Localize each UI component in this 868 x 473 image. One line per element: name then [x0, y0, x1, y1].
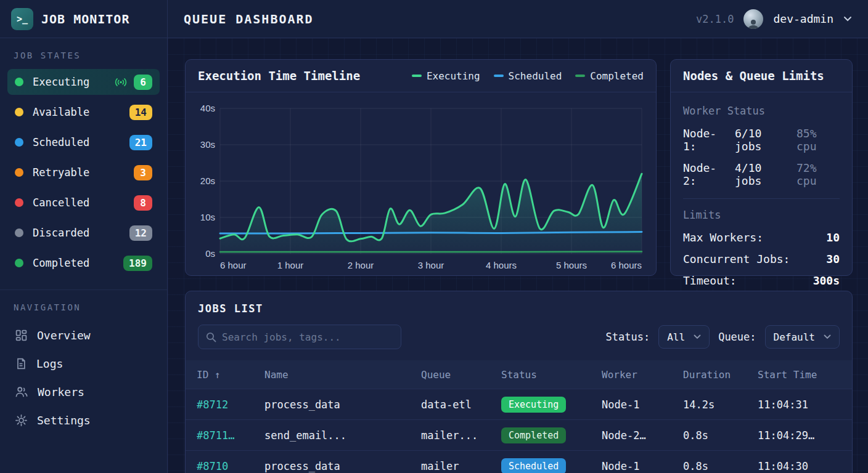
state-dot	[15, 78, 23, 86]
legend-item-completed: Completed	[575, 70, 644, 82]
jobs-table: ID ↑NameQueueStatusWorkerDurationStart T…	[186, 360, 852, 473]
state-count-badge: 3	[134, 165, 152, 180]
chart-legend: ExecutingScheduledCompleted	[412, 70, 644, 82]
column-header-name[interactable]: Name	[264, 369, 421, 381]
app-title: JOB MONITOR	[41, 12, 129, 26]
sidebar-item-completed[interactable]: Completed189	[7, 250, 160, 276]
column-header-id[interactable]: ID ↑	[197, 369, 264, 381]
nav-label: Workers	[38, 386, 84, 398]
state-label: Retryable	[33, 166, 134, 179]
job-name: process_data	[264, 398, 421, 411]
nav-label: Settings	[37, 414, 91, 427]
sidebar-item-workers[interactable]: Workers	[0, 378, 167, 406]
navigation-section-title: NAVIGATION	[0, 302, 167, 312]
worker-name: Node-2:	[683, 161, 726, 187]
job-duration: 0.8s	[683, 460, 758, 472]
nodes-card-header: Nodes & Queue Limits	[671, 60, 852, 92]
sidebar-item-scheduled[interactable]: Scheduled21	[7, 129, 160, 155]
y-axis-tick-label: 20s	[200, 176, 215, 186]
x-axis-tick-label: 6 hours	[611, 260, 642, 270]
sidebar-item-logs[interactable]: Logs	[0, 349, 167, 378]
status-filter-value: All	[667, 331, 685, 343]
search-input[interactable]	[222, 331, 393, 343]
worker-jobs: 6/10 jobs	[735, 127, 790, 153]
user-avatar[interactable]	[743, 9, 763, 29]
jobs-filters: Status: All Queue: Default	[606, 325, 840, 349]
sidebar-item-cancelled[interactable]: Cancelled8	[7, 190, 160, 216]
worker-status-row: Node-2:4/10 jobs72% cpu	[683, 161, 840, 187]
state-dot	[15, 108, 23, 116]
job-duration: 14.2s	[683, 398, 758, 411]
users-icon	[15, 386, 28, 398]
nav-label: Logs	[36, 357, 63, 370]
jobs-table-header: ID ↑NameQueueStatusWorkerDurationStart T…	[186, 360, 852, 389]
state-count-badge: 8	[134, 195, 152, 211]
execution-timeline-card: Execution Time Timeline ExecutingSchedul…	[185, 59, 657, 276]
nodes-card-title: Nodes & Queue Limits	[683, 69, 824, 83]
topbar-right: v2.1.0 dev-admin	[696, 9, 852, 29]
table-row[interactable]: #8710process_datamailerScheduledNode-10.…	[186, 450, 852, 473]
job-states-section-title: JOB STATES	[0, 51, 167, 60]
sidebar-item-executing[interactable]: Executing6	[7, 69, 160, 95]
column-header-duration[interactable]: Duration	[683, 369, 758, 381]
state-count-badge: 21	[129, 135, 152, 150]
job-id-link[interactable]: #8711…	[197, 429, 264, 442]
table-row[interactable]: #8712process_datadata-etlExecutingNode-1…	[186, 389, 852, 419]
table-row[interactable]: #8711…send_email...mailer...CompletedNod…	[186, 419, 852, 450]
worker-status-row: Node-1:6/10 jobs85% cpu	[683, 127, 840, 153]
sidebar-item-available[interactable]: Available14	[7, 99, 160, 125]
state-label: Available	[33, 106, 129, 118]
chart-card-header: Execution Time Timeline ExecutingSchedul…	[186, 60, 656, 92]
user-menu-chevron-down-icon[interactable]	[843, 16, 852, 22]
legend-item-executing: Executing	[412, 70, 480, 82]
state-label: Cancelled	[33, 196, 134, 209]
version-label: v2.1.0	[696, 13, 734, 25]
topbar-main: QUEUE DASHBOARD v2.1.0 dev-admin	[168, 0, 868, 38]
worker-jobs: 4/10 jobs	[735, 161, 790, 187]
column-header-worker[interactable]: Worker	[602, 369, 683, 381]
column-header-queue[interactable]: Queue	[421, 369, 501, 381]
limit-label: Timeout:	[683, 274, 737, 287]
column-header-starttime[interactable]: Start Time	[758, 369, 841, 381]
sidebar-item-overview[interactable]: Overview	[0, 321, 167, 349]
sidebar-item-retryable[interactable]: Retryable3	[7, 160, 160, 185]
limit-value: 30	[826, 253, 840, 265]
top-bar: >_ JOB MONITOR QUEUE DASHBOARD v2.1.0 de…	[0, 0, 868, 38]
legend-color-swatch	[575, 75, 585, 77]
live-broadcast-icon	[113, 77, 128, 87]
legend-label: Executing	[427, 70, 480, 82]
x-axis-tick-label: 5 hours	[556, 260, 587, 270]
limit-row: Max Workers:10	[683, 231, 840, 244]
y-axis-tick-label: 30s	[200, 139, 215, 150]
main-content: Execution Time Timeline ExecutingSchedul…	[168, 38, 868, 473]
queue-filter-dropdown[interactable]: Default	[765, 325, 840, 349]
body-row: JOB STATES Executing6Available14Schedule…	[0, 38, 868, 473]
sidebar-item-settings[interactable]: Settings	[0, 406, 167, 434]
state-dot	[15, 198, 23, 207]
x-axis-tick-label: 6 hour	[220, 260, 247, 270]
y-axis-tick-label: 10s	[200, 212, 215, 222]
jobs-list-title: JOBS LIST	[186, 302, 852, 315]
completed-line	[220, 252, 642, 253]
state-count-badge: 14	[129, 105, 152, 120]
x-axis-tick-label: 2 hour	[348, 260, 374, 270]
sidebar-item-discarded[interactable]: Discarded12	[7, 220, 160, 246]
job-id-link[interactable]: #8710	[197, 460, 264, 472]
job-id-link[interactable]: #8712	[197, 398, 264, 411]
status-filter-dropdown[interactable]: All	[658, 325, 710, 349]
limit-value: 10	[826, 231, 840, 244]
jobs-search-box[interactable]	[198, 325, 401, 349]
job-states-list: Executing6Available14Scheduled21Retryabl…	[0, 69, 167, 276]
limit-row: Timeout:300s	[683, 274, 840, 287]
column-header-status[interactable]: Status	[501, 369, 602, 381]
legend-item-scheduled: Scheduled	[494, 70, 562, 82]
job-duration: 0.8s	[683, 429, 758, 442]
nav-label: Overview	[37, 329, 91, 342]
y-axis-tick-label: 40s	[200, 103, 215, 113]
execution-time-chart: 0s10s20s30s40s6 hour1 hour2 hour3 hour4 …	[186, 92, 656, 276]
status-badge: Scheduled	[501, 458, 566, 473]
gear-icon	[15, 414, 28, 427]
job-worker: Node-1	[602, 398, 683, 411]
chart-title: Execution Time Timeline	[198, 69, 360, 83]
legend-color-swatch	[494, 75, 504, 77]
